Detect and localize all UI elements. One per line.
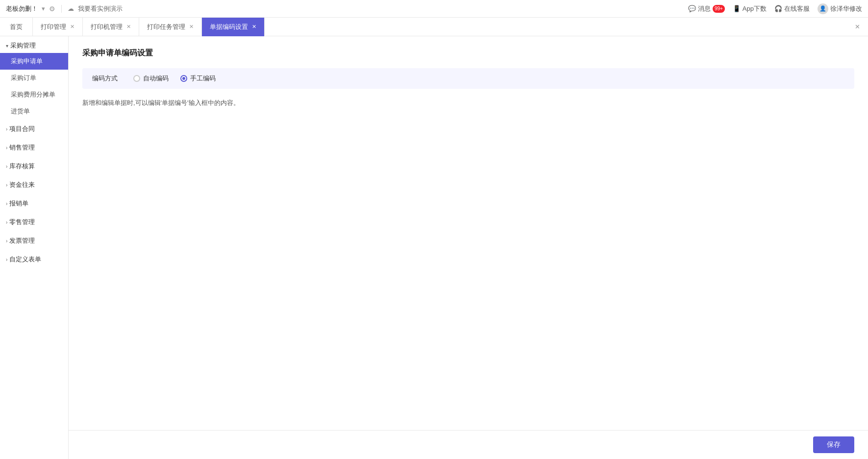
user-name: 徐泽华修改 [830, 4, 862, 13]
divider [61, 5, 62, 13]
tab-print-task-mgmt-label: 打印任务管理 [147, 23, 185, 31]
tab-print-mgmt[interactable]: 打印管理 ✕ [33, 18, 83, 36]
sidebar-item-purchase-request-label: 采购申请单 [11, 57, 43, 65]
expand-arrow-icon-3: › [6, 164, 7, 169]
sidebar-group-inventory-calc[interactable]: › 库存核算 [0, 157, 68, 176]
expand-arrow-icon-2: › [6, 145, 7, 151]
expand-arrow-icon-5: › [6, 201, 7, 206]
sidebar-group-purchase: ▾ 采购管理 采购申请单 采购订单 采购费用分摊单 进货单 [0, 36, 68, 120]
tab-close-printer-mgmt[interactable]: ✕ [126, 24, 131, 30]
tab-close-print-mgmt[interactable]: ✕ [70, 24, 74, 30]
sidebar: ▾ 采购管理 采购申请单 采购订单 采购费用分摊单 进货单 › 项目合同 › 销… [0, 36, 69, 459]
demo-link[interactable]: 我要看实例演示 [78, 4, 123, 13]
coding-method-label: 编码方式 [92, 74, 118, 83]
user-profile-button[interactable]: 👤 徐泽华修改 [818, 3, 862, 14]
auto-coding-radio-circle [133, 75, 140, 82]
save-button[interactable]: 保存 [813, 436, 854, 453]
message-button[interactable]: 💬 消息 99+ [688, 4, 725, 13]
gear-icon[interactable]: ⚙ [49, 5, 55, 13]
expand-arrow-icon: › [6, 127, 7, 132]
manual-coding-radio-circle [180, 75, 187, 82]
content-body: 采购申请单编码设置 编码方式 自动编码 手工编码 新增和编辑单据时,可以编辑'单… [69, 36, 868, 430]
tab-bar-close-button[interactable]: ✕ [847, 18, 868, 36]
tab-printer-mgmt[interactable]: 打印机管理 ✕ [83, 18, 139, 36]
sidebar-item-purchase-expense[interactable]: 采购费用分摊单 [0, 86, 68, 103]
sidebar-group-custom-forms[interactable]: › 自定义表单 [0, 250, 68, 269]
tab-printer-mgmt-label: 打印机管理 [91, 23, 123, 31]
description-text: 新增和编辑单据时,可以编辑'单据编号'输入框中的内容。 [82, 99, 854, 107]
sidebar-item-purchase-order[interactable]: 采购订单 [0, 70, 68, 86]
manual-coding-radio[interactable]: 手工编码 [180, 74, 216, 83]
sidebar-group-invoice-mgmt[interactable]: › 发票管理 [0, 231, 68, 250]
sidebar-item-stock-in[interactable]: 进货单 [0, 103, 68, 120]
content-footer: 保存 [69, 430, 868, 459]
sidebar-group-project-contract-label: 项目合同 [9, 125, 35, 133]
sidebar-group-returns[interactable]: › 报销单 [0, 194, 68, 213]
coding-radio-group: 自动编码 手工编码 [133, 74, 216, 83]
message-label: 消息 [698, 4, 711, 13]
sidebar-group-retail-mgmt[interactable]: › 零售管理 [0, 213, 68, 231]
headset-icon: 🎧 [774, 5, 782, 12]
phone-icon: 📱 [733, 5, 741, 12]
sidebar-group-invoice-mgmt-label: 发票管理 [9, 236, 35, 245]
manual-coding-label: 手工编码 [190, 74, 216, 83]
top-bar-right: 💬 消息 99+ 📱 App下数 🎧 在线客服 👤 徐泽华修改 [688, 3, 862, 14]
collapse-arrow-icon: ▾ [6, 43, 8, 49]
top-bar: 老板勿删！ ▾ ⚙ ☁ 我要看实例演示 💬 消息 99+ 📱 App下数 🎧 在… [0, 0, 868, 18]
auto-coding-label: 自动编码 [143, 74, 169, 83]
sidebar-item-purchase-order-label: 采购订单 [11, 74, 36, 81]
online-service-button[interactable]: 🎧 在线客服 [774, 4, 810, 13]
avatar: 👤 [818, 3, 828, 14]
top-bar-left: 老板勿删！ ▾ ⚙ ☁ 我要看实例演示 [6, 4, 123, 13]
expand-arrow-icon-4: › [6, 182, 7, 188]
sidebar-group-purchase-label: 采购管理 [10, 41, 36, 50]
tab-close-print-task-mgmt[interactable]: ✕ [189, 24, 194, 30]
tab-home-label: 首页 [10, 23, 23, 31]
sidebar-group-capital-flow-label: 资金往来 [9, 180, 35, 189]
tab-print-task-mgmt[interactable]: 打印任务管理 ✕ [139, 18, 202, 36]
sidebar-group-project-contract[interactable]: › 项目合同 [0, 120, 68, 138]
coding-method-row: 编码方式 自动编码 手工编码 [82, 68, 854, 89]
page-title: 采购申请单编码设置 [82, 48, 854, 58]
dropdown-arrow-icon[interactable]: ▾ [42, 5, 45, 12]
sidebar-group-retail-mgmt-label: 零售管理 [9, 218, 35, 227]
expand-arrow-icon-7: › [6, 238, 7, 244]
auto-coding-radio[interactable]: 自动编码 [133, 74, 169, 83]
sidebar-group-inventory-calc-label: 库存核算 [9, 162, 35, 171]
tab-single-code-label: 单据编码设置 [210, 23, 248, 31]
sidebar-item-purchase-request[interactable]: 采购申请单 [0, 53, 68, 70]
online-service-label: 在线客服 [784, 4, 810, 13]
tab-close-single-code[interactable]: ✕ [252, 24, 256, 30]
content-area: 采购申请单编码设置 编码方式 自动编码 手工编码 新增和编辑单据时,可以编辑'单… [69, 36, 868, 459]
sidebar-group-purchase-header[interactable]: ▾ 采购管理 [0, 36, 68, 53]
message-icon: 💬 [688, 5, 696, 12]
sidebar-item-stock-in-label: 进货单 [11, 107, 30, 115]
expand-arrow-icon-6: › [6, 220, 7, 225]
sidebar-group-returns-label: 报销单 [9, 199, 28, 208]
sidebar-group-custom-forms-label: 自定义表单 [9, 255, 41, 264]
sidebar-group-sales-mgmt[interactable]: › 销售管理 [0, 138, 68, 157]
message-badge: 99+ [713, 5, 725, 13]
tab-single-code-setting[interactable]: 单据编码设置 ✕ [202, 18, 265, 36]
main-layout: ▾ 采购管理 采购申请单 采购订单 采购费用分摊单 进货单 › 项目合同 › 销… [0, 36, 868, 459]
tab-bar: 首页 打印管理 ✕ 打印机管理 ✕ 打印任务管理 ✕ 单据编码设置 ✕ ✕ [0, 18, 868, 36]
app-title: 老板勿删！ [6, 4, 38, 13]
tab-print-mgmt-label: 打印管理 [41, 23, 66, 31]
sidebar-group-capital-flow[interactable]: › 资金往来 [0, 176, 68, 194]
cloud-icon: ☁ [68, 5, 74, 12]
app-download-button[interactable]: 📱 App下数 [733, 4, 767, 13]
app-download-label: App下数 [743, 4, 767, 13]
sidebar-item-purchase-expense-label: 采购费用分摊单 [11, 91, 55, 98]
expand-arrow-icon-8: › [6, 257, 7, 262]
tab-home[interactable]: 首页 [0, 18, 33, 36]
sidebar-group-sales-mgmt-label: 销售管理 [9, 143, 35, 152]
